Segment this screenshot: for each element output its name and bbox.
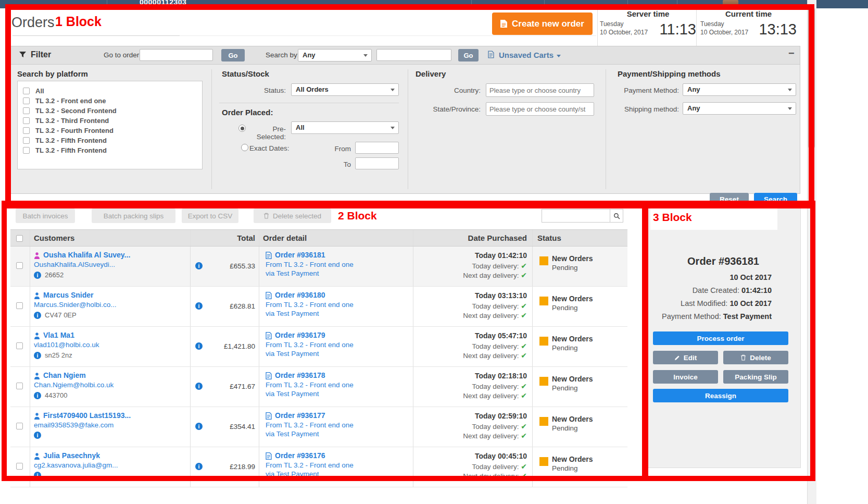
customer-name-link[interactable]: First4709400 Last15193... — [43, 411, 131, 420]
customer-email-link[interactable]: vlad101@holbi.co.uk — [34, 341, 99, 349]
table-rows: Ousha Khalifa Al Suvey... OushaKhalifa.A… — [10, 247, 627, 487]
search-value-input[interactable] — [376, 49, 451, 61]
unsaved-carts-dropdown[interactable]: Unsaved Carts — [499, 51, 561, 59]
platform-checkbox[interactable] — [23, 137, 30, 144]
order-number-link[interactable]: Order #936181 — [275, 251, 325, 259]
batch-packing-slips-button[interactable]: Batch packing slips — [92, 208, 175, 223]
create-new-order-button[interactable]: Create new order — [492, 13, 593, 35]
row-checkbox[interactable] — [16, 463, 23, 470]
cart-document-icon — [488, 51, 494, 58]
customer-name-link[interactable]: Ousha Khalifa Al Suvey... — [43, 251, 130, 259]
delete-selected-button[interactable]: Delete selected — [254, 208, 331, 223]
go-to-order-input[interactable] — [140, 49, 213, 61]
row-checkbox[interactable] — [16, 342, 23, 349]
go-to-order-button[interactable]: Go — [221, 49, 245, 62]
info-icon[interactable] — [34, 272, 41, 279]
row-checkbox[interactable] — [16, 302, 23, 309]
time-separator — [597, 8, 598, 46]
platform-checkbox[interactable] — [23, 97, 30, 104]
row-checkbox[interactable] — [16, 383, 23, 389]
person-icon — [34, 453, 40, 460]
total-info-icon[interactable] — [195, 342, 203, 350]
order-number-link[interactable]: Order #936176 — [275, 451, 325, 460]
search-by-select[interactable]: Any — [298, 49, 372, 62]
info-icon[interactable] — [34, 392, 41, 399]
customer-name-link[interactable]: Marcus Snider — [43, 291, 93, 299]
exact-dates-radio[interactable] — [241, 144, 248, 151]
platform-option[interactable]: TL 3.2 - Fourth Frontend — [23, 126, 202, 136]
collapse-filter-button[interactable]: − — [788, 47, 795, 59]
customer-name-link[interactable]: Vla1 Ma1 — [43, 331, 74, 339]
platform-option[interactable]: TL 3.2 - Third Frontend — [23, 116, 202, 126]
order-via: via Test Payment — [266, 269, 319, 277]
column-divider — [532, 230, 533, 246]
status-sub: Pending — [552, 384, 578, 392]
info-icon[interactable] — [34, 472, 41, 479]
platform-option[interactable]: TL 3.2 - Second Frontend — [23, 106, 202, 116]
order-number-link[interactable]: Order #936177 — [275, 411, 325, 420]
reset-button[interactable]: Reset — [710, 193, 749, 206]
reassign-button[interactable]: Reassign — [653, 389, 788, 402]
info-icon[interactable] — [34, 352, 41, 359]
total-info-icon[interactable] — [195, 383, 203, 390]
order-number-link[interactable]: Order #936179 — [275, 331, 325, 339]
delete-button[interactable]: Delete — [723, 351, 788, 364]
platform-checkbox[interactable] — [23, 117, 30, 124]
order-number-link[interactable]: Order #936178 — [275, 371, 325, 379]
invoice-button[interactable]: Invoice — [653, 370, 718, 384]
row-checkbox[interactable] — [16, 423, 23, 429]
next-day-delivery: Next day delivery: ✔ — [463, 271, 527, 279]
table-search-button[interactable] — [610, 209, 623, 223]
platform-checkbox[interactable] — [23, 127, 30, 134]
order-from: From TL 3.2 - Front end one — [266, 301, 354, 309]
shipping-method-select[interactable]: Any — [683, 102, 796, 115]
customer-name-link[interactable]: Chan Ngiem — [43, 371, 86, 379]
platform-option[interactable]: TL 3.2 - Fifth Frontend — [23, 136, 202, 145]
platform-option[interactable]: TL 3.2 - Front end one — [23, 96, 202, 106]
date-from-input[interactable] — [355, 142, 399, 154]
col-status: Status — [537, 233, 561, 242]
select-all-checkbox[interactable] — [16, 235, 23, 242]
customer-email-link[interactable]: cg2.kasvanova.julia@gm... — [34, 461, 118, 469]
state-label: State/Province: — [416, 105, 481, 113]
state-input[interactable] — [486, 102, 594, 116]
total-info-icon[interactable] — [195, 262, 203, 269]
date-to-input[interactable] — [355, 157, 399, 169]
customer-email-link[interactable]: email9358539@fake.com — [34, 421, 114, 429]
info-icon[interactable] — [34, 432, 41, 439]
platform-checkbox[interactable] — [23, 147, 30, 154]
search-go-button[interactable]: Go — [458, 49, 479, 62]
preselected-radio[interactable] — [238, 125, 246, 132]
customer-email-link[interactable]: Chan.Ngiem@holbi.co.uk — [34, 381, 114, 389]
packing-slip-button[interactable]: Packing Slip — [723, 370, 788, 384]
batch-invoices-button[interactable]: Batch invoices — [16, 208, 75, 223]
row-checkbox[interactable] — [16, 262, 23, 269]
customer-email-link[interactable]: Marcus.Snider@holbi.co... — [34, 301, 117, 309]
platform-option[interactable]: TL 3.2 - Fifth Frontend — [23, 145, 202, 155]
customer-name-link[interactable]: Julia Pasechnyk — [43, 451, 100, 460]
platform-checkbox[interactable] — [23, 107, 30, 114]
process-order-button[interactable]: Process order — [653, 331, 788, 345]
total-info-icon[interactable] — [195, 463, 203, 470]
info-icon[interactable] — [34, 312, 41, 319]
customer-email-link[interactable]: OushaKhalifa.AlSuveydi... — [34, 261, 115, 268]
preselected-select[interactable]: All — [291, 121, 399, 134]
trash-icon — [263, 213, 269, 219]
platform-option[interactable]: All — [23, 86, 202, 96]
payment-method-select[interactable]: Any — [683, 83, 796, 96]
total-info-icon[interactable] — [195, 423, 203, 430]
total-info-icon[interactable] — [195, 302, 203, 310]
table-search-input[interactable] — [542, 209, 610, 223]
order-via: via Test Payment — [266, 350, 319, 358]
status-select[interactable]: All Orders — [291, 83, 399, 96]
go-to-order-label: Go to order — [104, 51, 139, 59]
export-csv-button[interactable]: Export to CSV — [182, 208, 238, 223]
search-button[interactable]: Search — [754, 193, 797, 206]
platform-checkbox[interactable] — [23, 88, 30, 94]
country-input[interactable] — [486, 83, 594, 97]
order-number-link[interactable]: Order #936180 — [275, 291, 325, 299]
avatar[interactable] — [723, 0, 738, 8]
edit-button[interactable]: Edit — [653, 351, 718, 364]
scrollbar-thumb[interactable] — [808, 6, 815, 150]
server-time-label: Server time — [600, 9, 696, 18]
